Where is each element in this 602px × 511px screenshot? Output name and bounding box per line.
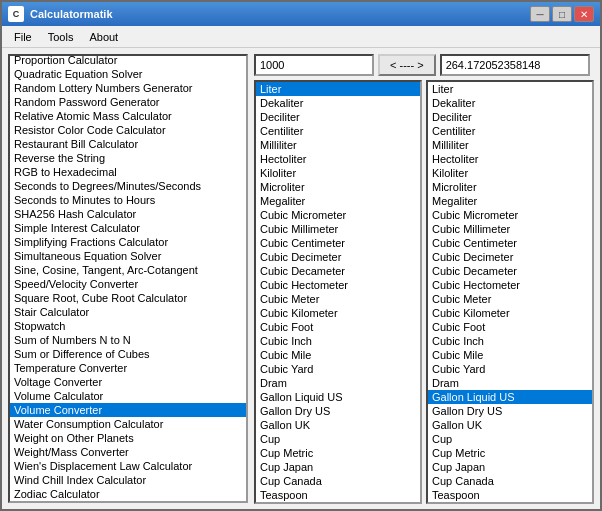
unit-list-item[interactable]: Cubic Decimeter (428, 250, 592, 264)
unit-list-item[interactable]: Gallon Dry US (256, 404, 420, 418)
calculator-list[interactable]: Profit CalculatorProportion CalculatorQu… (8, 54, 248, 503)
unit-list-item[interactable]: Cubic Inch (428, 334, 592, 348)
unit-list-item[interactable]: Cubic Hectometer (428, 278, 592, 292)
unit-list-item[interactable]: Cubic Micrometer (256, 208, 420, 222)
unit-list-item[interactable]: Cubic Mile (428, 348, 592, 362)
unit-list-item[interactable]: Megaliter (256, 194, 420, 208)
list-item[interactable]: Stair Calculator (10, 305, 246, 319)
menu-tools[interactable]: Tools (40, 29, 82, 45)
unit-list-item[interactable]: Teaspoon (256, 488, 420, 502)
unit-list-item[interactable]: Cubic Decameter (256, 264, 420, 278)
unit-list-item[interactable]: Cubic Decimeter (256, 250, 420, 264)
right-unit-list[interactable]: LiterDekaliterDeciliterCentiliterMillili… (426, 80, 594, 504)
list-item[interactable]: Random Lottery Numbers Generator (10, 81, 246, 95)
list-item[interactable]: Zodiac Calculator (10, 487, 246, 501)
unit-list-item[interactable]: Gallon Liquid US (256, 390, 420, 404)
list-item[interactable]: Speed/Velocity Converter (10, 277, 246, 291)
list-item[interactable]: Sum of Numbers N to N (10, 333, 246, 347)
minimize-button[interactable]: ─ (530, 6, 550, 22)
unit-list-item[interactable]: Liter (428, 82, 592, 96)
unit-list-item[interactable]: Cubic Millimeter (428, 222, 592, 236)
unit-list-item[interactable]: Deciliter (256, 110, 420, 124)
list-item[interactable]: SHA256 Hash Calculator (10, 207, 246, 221)
list-item[interactable]: Stopwatch (10, 319, 246, 333)
list-item[interactable]: RGB to Hexadecimal (10, 165, 246, 179)
unit-list-item[interactable]: Cubic Centimeter (428, 236, 592, 250)
list-item[interactable]: Wind Chill Index Calculator (10, 473, 246, 487)
close-button[interactable]: ✕ (574, 6, 594, 22)
list-item[interactable]: Quadratic Equation Solver (10, 67, 246, 81)
list-item[interactable]: Reverse the String (10, 151, 246, 165)
unit-list-item[interactable]: Kiloliter (256, 166, 420, 180)
unit-list-item[interactable]: Deciliter (428, 110, 592, 124)
list-item[interactable]: Sum or Difference of Cubes (10, 347, 246, 361)
unit-list-item[interactable]: Dekaliter (428, 96, 592, 110)
list-item[interactable]: Random Password Generator (10, 95, 246, 109)
menu-about[interactable]: About (81, 29, 126, 45)
list-item[interactable]: Resistor Color Code Calculator (10, 123, 246, 137)
unit-list-item[interactable]: Cubic Kilometer (256, 306, 420, 320)
unit-list-item[interactable]: Cubic Millimeter (256, 222, 420, 236)
unit-list-item[interactable]: Centiliter (428, 124, 592, 138)
unit-list-item[interactable]: Cubic Hectometer (256, 278, 420, 292)
list-item[interactable]: Simplifying Fractions Calculator (10, 235, 246, 249)
unit-list-item[interactable]: Dram (256, 376, 420, 390)
unit-list-item[interactable]: Microliter (256, 180, 420, 194)
convert-button[interactable]: < ---- > (378, 54, 436, 76)
list-item[interactable]: Volume Calculator (10, 389, 246, 403)
unit-list-item[interactable]: Cubic Foot (256, 320, 420, 334)
unit-list-item[interactable]: Microliter (428, 180, 592, 194)
unit-list-item[interactable]: Gallon UK (428, 418, 592, 432)
unit-list-item[interactable]: Cubic Mile (256, 348, 420, 362)
unit-list-item[interactable]: Cup (256, 432, 420, 446)
unit-list-item[interactable]: Hectoliter (428, 152, 592, 166)
unit-list-item[interactable]: Cup Canada (428, 474, 592, 488)
unit-list-item[interactable]: Teaspoon (428, 488, 592, 502)
maximize-button[interactable]: □ (552, 6, 572, 22)
list-item[interactable]: Seconds to Degrees/Minutes/Seconds (10, 179, 246, 193)
list-item[interactable]: Relative Atomic Mass Calculator (10, 109, 246, 123)
list-item[interactable]: Weight on Other Planets (10, 431, 246, 445)
list-item[interactable]: Square Root, Cube Root Calculator (10, 291, 246, 305)
unit-list-item[interactable]: Milliliter (256, 138, 420, 152)
unit-list-item[interactable]: Cup Canada (256, 474, 420, 488)
unit-list-item[interactable]: Megaliter (428, 194, 592, 208)
list-item[interactable]: Wien's Displacement Law Calculator (10, 459, 246, 473)
list-item[interactable]: Temperature Converter (10, 361, 246, 375)
unit-list-item[interactable]: Cup Japan (256, 460, 420, 474)
list-item[interactable]: Water Consumption Calculator (10, 417, 246, 431)
unit-list-item[interactable]: Kiloliter (428, 166, 592, 180)
unit-list-item[interactable]: Liter (256, 82, 420, 96)
unit-list-item[interactable]: Cubic Inch (256, 334, 420, 348)
unit-list-item[interactable]: Cubic Yard (256, 362, 420, 376)
unit-list-item[interactable]: Cubic Centimeter (256, 236, 420, 250)
unit-list-item[interactable]: Cubic Foot (428, 320, 592, 334)
list-item[interactable]: Voltage Converter (10, 375, 246, 389)
unit-list-item[interactable]: Cup (428, 432, 592, 446)
unit-list-item[interactable]: Dekaliter (256, 96, 420, 110)
list-item[interactable]: Restaurant Bill Calculator (10, 137, 246, 151)
unit-list-item[interactable]: Milliliter (428, 138, 592, 152)
unit-list-item[interactable]: Cup Japan (428, 460, 592, 474)
unit-list-item[interactable]: Dram (428, 376, 592, 390)
list-item[interactable]: Seconds to Minutes to Hours (10, 193, 246, 207)
unit-list-item[interactable]: Cubic Yard (428, 362, 592, 376)
list-item[interactable]: Sine, Cosine, Tangent, Arc-Cotangent (10, 263, 246, 277)
list-item[interactable]: Weight/Mass Converter (10, 445, 246, 459)
unit-list-item[interactable]: Cubic Micrometer (428, 208, 592, 222)
unit-list-item[interactable]: Cup Metric (256, 446, 420, 460)
unit-list-item[interactable]: Centiliter (256, 124, 420, 138)
input-value-field[interactable] (254, 54, 374, 76)
unit-list-item[interactable]: Gallon Dry US (428, 404, 592, 418)
unit-list-item[interactable]: Cubic Meter (428, 292, 592, 306)
unit-list-item[interactable]: Cubic Kilometer (428, 306, 592, 320)
list-item[interactable]: Simple Interest Calculator (10, 221, 246, 235)
list-item[interactable]: Simultaneous Equation Solver (10, 249, 246, 263)
list-item[interactable]: Volume Converter (10, 403, 246, 417)
unit-list-item[interactable]: Gallon Liquid US (428, 390, 592, 404)
unit-list-item[interactable]: Cup Metric (428, 446, 592, 460)
result-field[interactable] (440, 54, 590, 76)
menu-file[interactable]: File (6, 29, 40, 45)
left-unit-list[interactable]: LiterDekaliterDeciliterCentiliterMillili… (254, 80, 422, 504)
unit-list-item[interactable]: Gallon UK (256, 418, 420, 432)
